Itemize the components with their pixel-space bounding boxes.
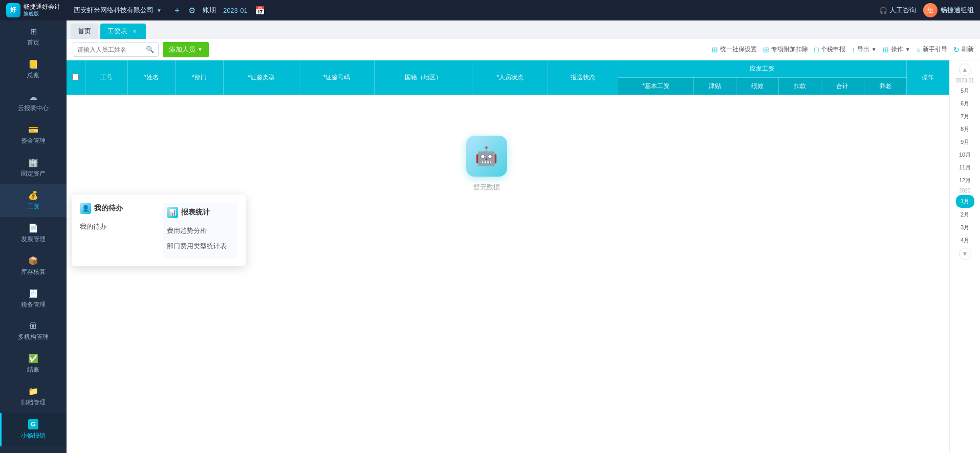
close-tab-icon[interactable]: × bbox=[130, 27, 139, 35]
multi-org-icon: 🏛 bbox=[29, 321, 37, 331]
tax-icon: 🧾 bbox=[28, 289, 38, 298]
timeline-month-2[interactable]: 2月 bbox=[950, 208, 980, 221]
th-salary-group: 应发工资 bbox=[618, 60, 907, 78]
operations-action[interactable]: ⊞ 操作 ▼ bbox=[883, 45, 910, 54]
app-name: 畅捷通好会计 bbox=[24, 3, 60, 10]
calendar-icon[interactable]: 📅 bbox=[255, 6, 265, 15]
sidebar-item-inventory[interactable]: 📦 库存核算 bbox=[0, 250, 67, 283]
user-name: 畅捷通组组 bbox=[941, 6, 974, 15]
sidebar-item-ledger[interactable]: 📒 总账 bbox=[0, 53, 67, 86]
sidebar-item-cloud-report[interactable]: ☁ 云报表中心 bbox=[0, 86, 67, 119]
company-selector[interactable]: 西安虾米网络科技有限公司 ▼ bbox=[68, 6, 168, 15]
popup-section-title-report: 📊 报表统计 bbox=[167, 207, 233, 218]
sidebar-item-home[interactable]: ⊞ 首页 bbox=[0, 20, 67, 53]
export-label: 导出 bbox=[857, 45, 869, 54]
sidebar-item-salary[interactable]: 💰 工资 bbox=[0, 184, 67, 217]
new-guide-label: 新手引导 bbox=[923, 45, 947, 54]
company-name: 西安虾米网络科技有限公司 bbox=[74, 6, 154, 15]
th-allowance: 津贴 bbox=[693, 78, 736, 95]
empty-text: 暂无数据 bbox=[473, 183, 500, 192]
sidebar-item-invoice[interactable]: 📄 发票管理 bbox=[0, 217, 67, 250]
sidebar-label-cloud-report: 云报表中心 bbox=[18, 104, 49, 113]
th-person-status: *人员状态 bbox=[472, 60, 548, 95]
unified-social-label: 统一社保设置 bbox=[720, 45, 757, 54]
todo-section-icon: 👤 bbox=[80, 203, 91, 214]
empty-robot-icon: 🤖 bbox=[466, 136, 507, 177]
report-section-icon: 📊 bbox=[167, 207, 178, 218]
popup-section-title-todo: 👤 我的待办 bbox=[80, 203, 155, 214]
timeline-up-button[interactable]: ▲ bbox=[959, 63, 971, 76]
popup-item-my-todo[interactable]: 我的待办 bbox=[80, 219, 155, 234]
sidebar-item-archive[interactable]: 📁 归档管理 bbox=[0, 380, 67, 413]
add-person-label: 添加人员 bbox=[169, 45, 195, 54]
timeline-month-9[interactable]: 9月 bbox=[950, 136, 980, 148]
inventory-icon: 📦 bbox=[28, 256, 38, 266]
tab-home[interactable]: 首页 bbox=[71, 24, 98, 39]
toolbar: 🔍 添加人员 ▼ ⊞ 统一社保设置 ⊞ 专项附加扣除 □ 个税申报 bbox=[67, 39, 980, 60]
th-cert-num: *证鉴号码 bbox=[299, 60, 375, 95]
new-guide-action[interactable]: ○ 新手引导 bbox=[917, 45, 947, 54]
settings-icon[interactable]: ⚙ bbox=[188, 6, 195, 15]
home-icon: ⊞ bbox=[30, 27, 37, 36]
app-edition: 旗舰版 bbox=[24, 10, 60, 17]
sidebar-item-checkout[interactable]: ✅ 结账 bbox=[0, 348, 67, 380]
timeline-month-6[interactable]: 6月 bbox=[950, 97, 980, 110]
sidebar-label-inventory: 库存核算 bbox=[21, 268, 46, 276]
individual-tax-icon: □ bbox=[814, 46, 818, 54]
export-icon: ↑ bbox=[852, 46, 855, 54]
th-num: 工号 bbox=[85, 60, 127, 95]
timeline-month-5[interactable]: 5月 bbox=[950, 84, 980, 97]
sidebar-label-multi-org: 多机构管理 bbox=[18, 333, 49, 341]
unified-social-action[interactable]: ⊞ 统一社保设置 bbox=[712, 45, 757, 54]
timeline-month-4[interactable]: 4月 bbox=[950, 234, 980, 247]
special-deduct-icon: ⊞ bbox=[763, 46, 769, 54]
support-button[interactable]: 🎧 人工咨询 bbox=[879, 6, 916, 15]
sidebar-label-fixed-asset: 固定资产 bbox=[21, 169, 46, 178]
special-deduct-action[interactable]: ⊞ 专项附加扣除 bbox=[763, 45, 808, 54]
search-input[interactable] bbox=[77, 46, 144, 53]
sidebar-item-tax[interactable]: 🧾 税务管理 bbox=[0, 283, 67, 315]
building-icon: 🏢 bbox=[28, 158, 38, 167]
add-icon[interactable]: ＋ bbox=[173, 5, 181, 16]
timeline-month-8[interactable]: 8月 bbox=[950, 123, 980, 136]
sidebar-label-checkout: 结账 bbox=[27, 365, 39, 374]
individual-tax-action[interactable]: □ 个税申报 bbox=[814, 45, 845, 54]
user-area[interactable]: 组 畅捷通组组 bbox=[923, 3, 974, 17]
timeline-month-7[interactable]: 7月 bbox=[950, 110, 980, 123]
timeline-month-1-active[interactable]: 1月 bbox=[956, 195, 974, 208]
timeline-month-11[interactable]: 11月 bbox=[950, 161, 980, 174]
select-all-checkbox[interactable] bbox=[72, 74, 79, 80]
popup-item-dept-cost[interactable]: 部门费用类型统计表 bbox=[167, 239, 233, 254]
xiaochange-icon: G bbox=[28, 419, 38, 429]
refresh-icon: ↻ bbox=[953, 46, 960, 54]
tab-salary[interactable]: 工资表 × bbox=[100, 24, 146, 39]
sidebar-label-home: 首页 bbox=[27, 38, 39, 47]
search-wrap: 🔍 bbox=[73, 42, 159, 57]
th-dept: *部门 bbox=[176, 60, 224, 95]
timeline-month-10[interactable]: 10月 bbox=[950, 148, 980, 161]
timeline-down-button[interactable]: ▼ bbox=[959, 248, 971, 260]
invoice-icon: 📄 bbox=[28, 223, 38, 233]
sidebar-label-archive: 归档管理 bbox=[21, 398, 46, 407]
timeline-year-curr: 2023 bbox=[959, 187, 970, 195]
popup-item-cost-trend[interactable]: 费用趋势分析 bbox=[167, 223, 233, 239]
special-deduct-label: 专项附加扣除 bbox=[771, 45, 808, 54]
sidebar-item-xiaochange[interactable]: G 小畅报销 bbox=[0, 413, 67, 446]
export-action[interactable]: ↑ 导出 ▼ bbox=[852, 45, 877, 54]
add-person-button[interactable]: 添加人员 ▼ bbox=[163, 42, 209, 57]
timeline-month-12[interactable]: 12月 bbox=[950, 174, 980, 187]
sidebar-item-basic[interactable]: ⚙ 基础设置 bbox=[0, 446, 67, 453]
sidebar-item-fixed-asset[interactable]: 🏢 固定资产 bbox=[0, 152, 67, 184]
sidebar-item-multi-org[interactable]: 🏛 多机构管理 bbox=[0, 315, 67, 348]
refresh-action[interactable]: ↻ 刷新 bbox=[953, 45, 974, 54]
checkout-icon: ✅ bbox=[28, 354, 38, 363]
fund-icon: 💳 bbox=[28, 125, 38, 135]
timeline-month-3[interactable]: 3月 bbox=[950, 221, 980, 234]
sidebar-item-fund[interactable]: 💳 资金管理 bbox=[0, 119, 67, 152]
sidebar-label-salary: 工资 bbox=[27, 202, 39, 211]
headset-icon: 🎧 bbox=[879, 7, 887, 14]
sidebar-label-ledger: 总账 bbox=[27, 71, 39, 80]
th-checkbox bbox=[67, 60, 85, 95]
new-guide-icon: ○ bbox=[917, 46, 921, 54]
todo-section-label: 我的待办 bbox=[94, 204, 123, 213]
